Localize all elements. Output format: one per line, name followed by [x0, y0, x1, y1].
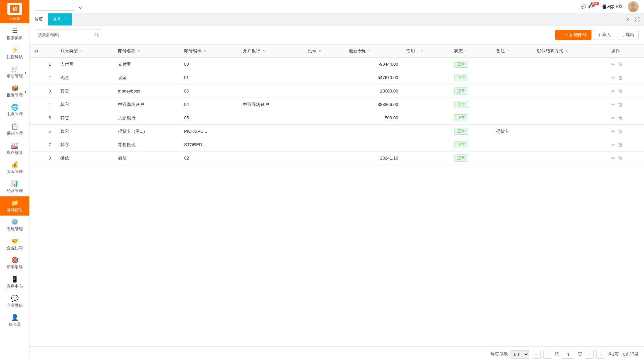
page-label2: 页	[578, 351, 582, 357]
account-search-box	[35, 29, 102, 40]
next-page-btn[interactable]: ›	[585, 350, 594, 359]
col-status-label: 状态	[454, 48, 463, 53]
col-action-label: 操作	[611, 48, 620, 53]
row-balance: 28241.10	[345, 152, 402, 165]
sidebar-item-member[interactable]: 👤 畅会员	[0, 311, 29, 330]
topbar-search-input[interactable]	[35, 3, 75, 11]
sidebar-item-inventory[interactable]: 🏭 库存核算	[0, 139, 29, 158]
account-search-button[interactable]	[92, 30, 102, 40]
row-status: 正常	[450, 98, 492, 111]
sidebar-item-operation[interactable]: 📊 经营管理	[0, 177, 29, 196]
edit-icon[interactable]: ✏	[611, 156, 615, 161]
sidebar-item-label: 新手引导	[7, 264, 23, 270]
export-button[interactable]: ↓ 导出	[618, 30, 639, 40]
edit-icon[interactable]: ✏	[611, 75, 615, 80]
row-bank: 中百商场账户	[239, 98, 304, 111]
sidebar-item-label: 零售管理	[7, 73, 23, 79]
sidebar-item-label: 企业微信	[7, 303, 23, 308]
status-badge: 正常	[454, 128, 468, 135]
per-page-select[interactable]: 50 100 200	[511, 350, 529, 359]
delete-icon[interactable]: 🗑	[618, 88, 623, 94]
sidebar-item-retail[interactable]: 🛒 零售管理 ▼	[0, 63, 29, 82]
message-badge: 99+	[591, 2, 599, 5]
sort-icon: ⇅	[80, 50, 83, 53]
row-settings	[30, 111, 43, 125]
edit-icon[interactable]: ✏	[611, 129, 615, 134]
add-account-button[interactable]: ＋ + 新增账号	[555, 30, 591, 40]
col-code[interactable]: 账号编码 ⇅	[180, 45, 239, 58]
col-note[interactable]: 备注 ⇅	[492, 45, 533, 58]
tab-account[interactable]: 账号 ✕	[48, 13, 72, 25]
main-content: ⌄ 💬 消息 99+ 📲 App下载 首页	[30, 0, 644, 362]
sidebar-item-guide[interactable]: 🎯 新手引导	[0, 254, 29, 273]
first-page-btn[interactable]: «	[532, 350, 541, 359]
tab-home[interactable]: 首页	[30, 13, 48, 25]
sidebar-item-purchase[interactable]: 📋 采购管理	[0, 120, 29, 139]
settings-icon: ⚙	[34, 49, 38, 54]
sidebar-item-wholesale[interactable]: 📦 批发管理 ▼	[0, 82, 29, 101]
sidebar-item-wechat[interactable]: 💬 企业微信	[0, 292, 29, 311]
row-code: 05	[180, 111, 239, 125]
row-settlement	[533, 58, 607, 71]
delete-icon[interactable]: 🗑	[618, 75, 623, 80]
edit-icon[interactable]: ✏	[611, 102, 615, 107]
table-row: 3 其它 moneybosx 06 10000.00 正常 ✏ 🗑	[30, 84, 644, 98]
row-settings	[30, 58, 43, 71]
col-type[interactable]: 账号类型 ⇅	[56, 45, 114, 58]
row-actions: ✏ 🗑	[607, 58, 644, 71]
row-usage	[402, 98, 450, 111]
col-bank[interactable]: 开户银行 ⇅	[239, 45, 304, 58]
row-bank	[239, 71, 304, 84]
prev-page-btn[interactable]: ‹	[543, 350, 552, 359]
delete-icon[interactable]: 🗑	[618, 142, 623, 147]
message-icon: 💬	[581, 4, 586, 9]
tab-expand-btn[interactable]: ⛶	[633, 15, 641, 23]
col-name[interactable]: 账号名称 ⇅	[114, 45, 180, 58]
row-note	[492, 98, 533, 111]
tab-close-icon[interactable]: ✕	[64, 17, 67, 21]
sort-icon: ⇅	[566, 50, 568, 53]
app-center-icon: 📱	[11, 276, 18, 283]
account-search-input[interactable]	[35, 31, 92, 39]
col-settings[interactable]: ⚙	[30, 45, 43, 58]
page-label: 第	[555, 351, 559, 357]
tab-close-btn[interactable]: ✕	[624, 15, 632, 23]
sidebar-item-app-center[interactable]: 📱 应用中心	[0, 273, 29, 292]
col-account[interactable]: 账号 ⇅	[304, 45, 344, 58]
chevron-down-icon: ▼	[24, 70, 27, 74]
last-page-btn[interactable]: »	[596, 350, 605, 359]
col-usage[interactable]: 使用... ⇅	[402, 45, 450, 58]
sidebar-item-agreement[interactable]: 🤝 企业协同	[0, 235, 29, 254]
sidebar-item-search[interactable]: ☰ 搜索菜单	[0, 24, 29, 44]
topbar-app-download-btn[interactable]: 📲 App下载	[601, 4, 623, 9]
sidebar-item-label: 应用中心	[7, 284, 23, 289]
edit-icon[interactable]: ✏	[611, 62, 615, 67]
topbar-dropdown-icon[interactable]: ⌄	[78, 3, 83, 10]
sidebar-item-capital[interactable]: 💰 资金管理	[0, 158, 29, 177]
tab-home-label: 首页	[34, 16, 43, 22]
sidebar-item-label: 快捷导航	[7, 54, 23, 60]
edit-icon[interactable]: ✏	[611, 142, 615, 147]
delete-icon[interactable]: 🗑	[618, 156, 623, 161]
col-settlement[interactable]: 默认结算方式 ⇅	[533, 45, 607, 58]
import-button[interactable]: ↑ 导入	[594, 30, 615, 40]
sidebar-item-basic[interactable]: 📁 基础信息	[0, 196, 29, 216]
delete-icon[interactable]: 🗑	[618, 115, 623, 121]
edit-icon[interactable]: ✏	[611, 88, 615, 94]
sidebar-item-ecommerce[interactable]: 🌐 电商管理	[0, 101, 29, 120]
col-balance[interactable]: 最新余额 ⇅	[345, 45, 402, 58]
sidebar-item-system[interactable]: ⚙️ 系统管理	[0, 216, 29, 235]
topbar-message-btn[interactable]: 💬 消息 99+	[581, 4, 596, 9]
col-status[interactable]: 状态 ⇅	[450, 45, 492, 58]
edit-icon[interactable]: ✏	[611, 115, 615, 121]
row-type: 其它	[56, 125, 114, 138]
delete-icon[interactable]: 🗑	[618, 129, 623, 134]
delete-icon[interactable]: 🗑	[618, 62, 623, 67]
import-icon: ↑	[598, 33, 601, 38]
col-num	[43, 45, 56, 58]
sidebar-item-quick-nav[interactable]: ⚡ 快捷导航	[0, 44, 29, 63]
delete-icon[interactable]: 🗑	[618, 102, 623, 107]
row-account	[304, 58, 344, 71]
page-input[interactable]	[562, 350, 575, 359]
avatar[interactable]	[628, 1, 639, 12]
